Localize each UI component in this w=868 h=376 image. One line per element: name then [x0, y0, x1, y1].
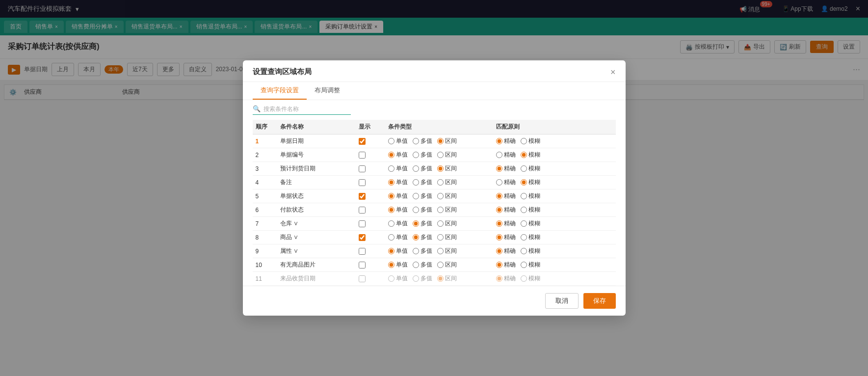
- modal-tab-fields[interactable]: 查询字段设置: [253, 82, 307, 100]
- modal-tabs: 查询字段设置 布局调整: [243, 82, 626, 100]
- modal-close-btn[interactable]: ×: [610, 68, 616, 77]
- modal-overlay: 设置查询区域布局 × 查询字段设置 布局调整 🔍 顺序 条件名称 显示 条件类型…: [0, 0, 868, 104]
- modal-header: 设置查询区域布局 ×: [243, 60, 626, 82]
- modal-tab-layout[interactable]: 布局调整: [307, 82, 348, 100]
- modal-title: 设置查询区域布局: [253, 67, 312, 77]
- settings-modal: 设置查询区域布局 × 查询字段设置 布局调整 🔍 顺序 条件名称 显示 条件类型…: [243, 60, 626, 104]
- modal-search-area: 🔍: [243, 100, 626, 104]
